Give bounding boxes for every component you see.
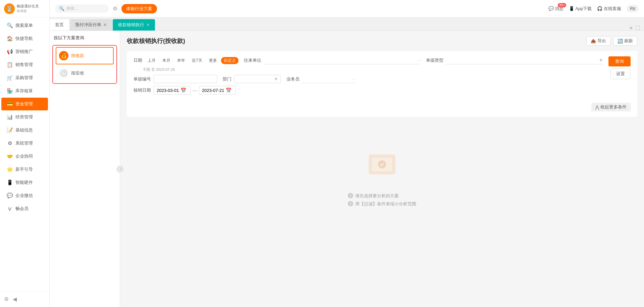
corp-icon: 🤝 <box>7 153 13 159</box>
sidebar-item-basic[interactable]: 📝 基础信息 <box>1 124 48 137</box>
sidebar-logo: 🐰 畅捷通好生意 标准版 <box>0 0 49 17</box>
empty-illustration <box>362 148 402 188</box>
sidebar-item-operations-label: 经营管理 <box>15 114 33 120</box>
sidebar-item-purchase[interactable]: 🛒 采购管理 <box>1 71 48 84</box>
tab-close-window-icon[interactable]: ✕ <box>629 25 633 31</box>
logo-edition: 标准版 <box>17 9 39 13</box>
page-title: 收款核销执行(按收款) <box>127 37 185 45</box>
counterpart-group: 往来单位 ··· <box>244 56 421 64</box>
sidebar-item-quicknav-label: 快捷导航 <box>15 36 33 42</box>
refresh-icon: 🔄 <box>618 39 623 44</box>
filter-receipt-label: 按收款 <box>71 53 84 59</box>
sidebar-item-search[interactable]: 🔍 搜索菜单 <box>1 19 48 32</box>
filter-border-box: 💰 按收款 🕐 按应收 <box>52 45 117 84</box>
sidebar-item-wechat[interactable]: 💬 企业微信 <box>1 189 48 202</box>
tab-receipt-close-icon[interactable]: ✕ <box>146 22 150 27</box>
service-icon: 🎧 <box>597 6 602 11</box>
collapse-more-area: ⋀ 收起更多条件 <box>133 103 631 111</box>
sidebar-item-marketing[interactable]: 📢 营销推广 <box>1 45 48 58</box>
operations-icon: 📊 <box>7 114 13 120</box>
inventory-icon: 🏪 <box>7 88 13 94</box>
tab-expand-icon[interactable]: ⛶ <box>636 25 640 31</box>
content-area: 按以下方案查询 💰 按收款 🕐 按应收 《 收款核销执行(按收款) <box>50 31 644 307</box>
bill-type-group: 单据类型 ▼ <box>426 56 603 64</box>
sidebar-item-quicknav[interactable]: 🏠 快捷导航 <box>1 32 48 45</box>
staff-more-icon[interactable]: ··· <box>352 76 356 82</box>
topbar-settings-icon[interactable]: ⚙ <box>113 5 117 12</box>
collapse-sidebar-icon[interactable]: ◀ <box>13 296 17 302</box>
topbar-app[interactable]: 📱 App下载 <box>569 6 592 12</box>
tab-receipt[interactable]: 收款核销执行 ✕ <box>113 19 155 31</box>
sidebar-item-funds[interactable]: 💳 资金管理 <box>1 98 48 110</box>
date-btn-this-year[interactable]: 本年 <box>174 57 188 64</box>
sidebar-item-marketing-label: 营销推广 <box>15 49 33 55</box>
filter-item-by-receipt[interactable]: 💰 按收款 <box>56 47 114 64</box>
sidebar-item-inventory[interactable]: 🏪 库存核算 <box>1 85 48 97</box>
sidebar-item-corp[interactable]: 🤝 企业协同 <box>1 150 48 163</box>
cal-from-icon[interactable]: 📅 <box>180 88 186 93</box>
date-btn-more[interactable]: 更多 <box>206 57 220 64</box>
topbar-service[interactable]: 🎧 在线客服 <box>597 6 621 12</box>
funds-icon: 💳 <box>7 101 13 107</box>
sidebar-item-system[interactable]: ⚙ 系统管理 <box>1 137 48 150</box>
settings-footer-icon[interactable]: ⚙ <box>4 296 9 302</box>
topbar-right: 💬 消息 99+ 📱 App下载 🎧 在线客服 Rit <box>548 5 639 12</box>
refresh-button[interactable]: 🔄 刷新 <box>613 36 637 46</box>
collapse-icon: ⋀ <box>595 105 599 110</box>
topbar-user[interactable]: Rit <box>627 5 639 12</box>
sidebar-item-guide[interactable]: 🌟 新手引导 <box>1 163 48 176</box>
verify-date-from[interactable]: 2023-03-01 📅 <box>154 86 191 95</box>
verify-date-to[interactable]: 2023-07-21 📅 <box>199 86 236 95</box>
sidebar-item-operations[interactable]: 📊 经营管理 <box>1 111 48 123</box>
member-icon: V <box>7 206 13 212</box>
settings-button[interactable]: 设置 <box>610 68 631 79</box>
date-btn-this-month[interactable]: 本月 <box>160 57 173 64</box>
bill-no-label: 单据编号 <box>133 76 151 82</box>
logo-icon: 🐰 <box>4 3 15 14</box>
query-btn-group: 查询 设置 <box>608 56 631 79</box>
collapse-btn[interactable]: ⋀ 收起更多条件 <box>591 103 631 111</box>
right-content-panel: 收款核销执行(按收款) 📤 导出 🔄 刷新 <box>120 31 644 307</box>
system-icon: ⚙ <box>7 140 13 146</box>
sidebar-item-guide-label: 新手引导 <box>15 166 33 172</box>
sales-icon: 📋 <box>7 62 13 68</box>
dept-dropdown-icon: ▼ <box>274 76 278 82</box>
sidebar-item-sales[interactable]: 📋 销售管理 <box>1 58 48 71</box>
sidebar-item-hardware[interactable]: 📱 智能硬件 <box>1 176 48 189</box>
industry-btn[interactable]: 体验行业方案 <box>121 4 157 13</box>
svg-point-2 <box>378 160 386 168</box>
query-button[interactable]: 查询 <box>608 56 631 66</box>
panel-collapse-btn[interactable]: 《 <box>116 165 124 173</box>
topbar-search[interactable]: 🔍 搜索... <box>55 4 109 13</box>
guide-icon: 🌟 <box>7 166 13 172</box>
date-btn-7days[interactable]: 近7天 <box>189 57 205 64</box>
date-btn-custom[interactable]: 自定义 <box>221 57 238 64</box>
bill-no-input[interactable] <box>154 75 217 83</box>
tab-prepay[interactable]: 预付冲应付单 ✕ <box>70 19 112 31</box>
cal-to-icon[interactable]: 📅 <box>226 88 231 93</box>
tab-prepay-close-icon[interactable]: ✕ <box>103 22 107 27</box>
dept-group: 部门 ▼ <box>223 75 281 83</box>
export-button[interactable]: 📤 导出 <box>586 36 610 46</box>
date-nolimit-text: 不限 至 2023-07-26 <box>143 67 603 72</box>
sidebar-item-member-label: 畅会员 <box>15 206 29 212</box>
search-card: 日期 上月 本月 本年 近7天 更多 自定义 <box>127 51 637 117</box>
page-header: 收款核销执行(按收款) 📤 导出 🔄 刷新 <box>127 36 637 46</box>
verify-date-group: 核销日期 2023-03-01 📅 — 2023-07-21 <box>133 86 236 95</box>
main-area: 🔍 搜索... ⚙ 体验行业方案 💬 消息 99+ 📱 App下载 🎧 在线客服… <box>50 0 644 307</box>
date-btn-last-month[interactable]: 上月 <box>145 57 158 64</box>
tab-home-label: 首页 <box>55 22 64 28</box>
staff-label: 业务员 <box>286 76 300 82</box>
sidebar: 🐰 畅捷通好生意 标准版 🔍 搜索菜单 🏠 快捷导航 📢 营销推广 📋 销售管理… <box>0 0 50 307</box>
bill-type-label: 单据类型 <box>426 57 443 63</box>
filter-item-by-receivable[interactable]: 🕐 按应收 <box>53 64 116 82</box>
counterpart-more-icon[interactable]: ··· <box>417 58 421 63</box>
search-icon: 🔍 <box>59 6 64 11</box>
tab-home[interactable]: 首页 <box>50 19 69 31</box>
topbar-msg[interactable]: 💬 消息 99+ <box>548 6 564 12</box>
verify-date-label: 核销日期 <box>133 87 151 93</box>
counterpart-label: 往来单位 <box>244 57 261 63</box>
hardware-icon: 📱 <box>7 180 13 186</box>
sidebar-item-member[interactable]: V 畅会员 <box>1 202 48 215</box>
sidebar-footer: ⚙ ◀ <box>0 291 49 307</box>
